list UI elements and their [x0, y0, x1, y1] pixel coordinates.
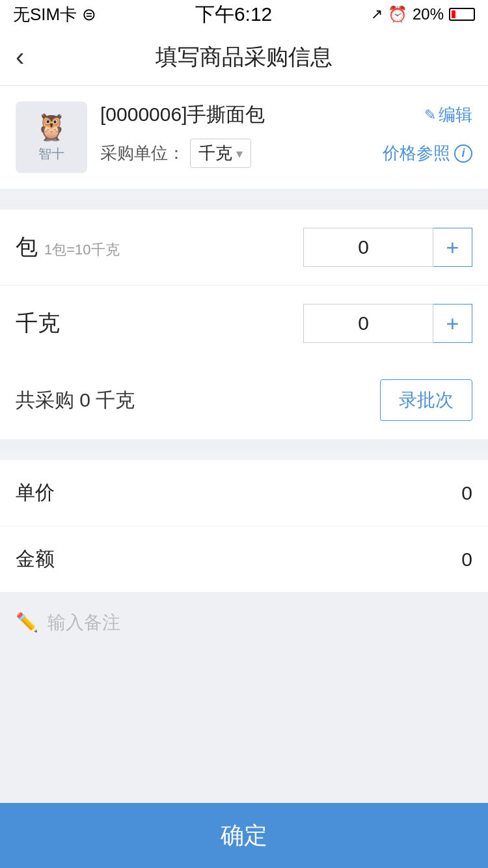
product-owl-icon: 🦉 — [35, 112, 68, 142]
price-ref-label: 价格参照 — [383, 142, 450, 165]
product-info: [0000006]手撕面包 ✎ 编辑 采购单位： 千克 ▾ 价格参照 i — [100, 102, 472, 168]
status-right: ↗ ⏰ 20% — [371, 5, 475, 23]
input-row-bao: 包 1包=10千克 + — [0, 210, 488, 286]
unit-label: 采购单位： — [100, 142, 185, 165]
battery-icon — [449, 8, 475, 21]
kg-label-group: 千克 — [16, 308, 60, 338]
amount-row: 金额 0 — [0, 526, 488, 592]
amount-value: 0 — [461, 549, 472, 571]
product-header: [0000006]手撕面包 ✎ 编辑 — [100, 102, 472, 128]
edit-icon: ✎ — [424, 107, 436, 124]
confirm-button[interactable]: 确定 — [0, 803, 488, 868]
product-card: 🦉 智十 [0000006]手撕面包 ✎ 编辑 采购单位： 千克 ▾ 价格参照 … — [0, 86, 488, 189]
location-icon: ↗ — [371, 6, 383, 23]
batch-button[interactable]: 录批次 — [380, 379, 472, 421]
edit-label: 编辑 — [439, 103, 472, 126]
wifi-icon: ⊜ — [82, 5, 96, 25]
page-title: 填写商品采购信息 — [156, 42, 332, 72]
edit-button[interactable]: ✎ 编辑 — [424, 103, 472, 126]
status-left: 无SIM卡 ⊜ — [13, 3, 96, 26]
section-divider-2 — [0, 439, 488, 450]
unit-select[interactable]: 千克 ▾ — [190, 139, 251, 168]
summary-text: 共采购 0 千克 — [16, 387, 135, 414]
chevron-down-icon: ▾ — [236, 146, 243, 161]
pencil-icon: ✏️ — [16, 612, 38, 633]
input-row-kg: 千克 + — [0, 286, 488, 361]
unit-price-row: 单价 0 — [0, 460, 488, 526]
info-section: 单价 0 金额 0 — [0, 460, 488, 592]
product-unit-row: 采购单位： 千克 ▾ 价格参照 i — [100, 139, 472, 168]
kg-label: 千克 — [16, 308, 60, 338]
unit-value: 千克 — [198, 142, 232, 165]
remark-section[interactable]: ✏️ 输入备注 — [0, 592, 488, 657]
status-time: 下午6:12 — [195, 1, 272, 28]
input-section: 包 1包=10千克 + 千克 + — [0, 210, 488, 361]
confirm-label: 确定 — [221, 820, 267, 852]
kg-qty-input[interactable] — [303, 304, 433, 343]
carrier-label: 无SIM卡 — [13, 3, 77, 26]
section-divider-1 — [0, 199, 488, 210]
bao-plus-button[interactable]: + — [433, 228, 472, 267]
info-icon: i — [454, 144, 472, 163]
nav-bar: ‹ 填写商品采购信息 — [0, 29, 488, 86]
product-image-label: 智十 — [35, 145, 68, 163]
status-bar: 无SIM卡 ⊜ 下午6:12 ↗ ⏰ 20% — [0, 0, 488, 29]
bao-qty-input[interactable] — [303, 228, 433, 267]
summary-row: 共采购 0 千克 录批次 — [0, 361, 488, 439]
bao-label-group: 包 1包=10千克 — [16, 232, 120, 262]
spacer — [0, 657, 488, 803]
amount-label: 金额 — [16, 546, 55, 573]
kg-input-control: + — [303, 304, 472, 343]
bao-sublabel: 1包=10千克 — [44, 240, 120, 260]
unit-price-value: 0 — [461, 482, 472, 504]
remark-placeholder: 输入备注 — [47, 610, 120, 635]
battery-pct: 20% — [413, 5, 444, 23]
price-ref-button[interactable]: 价格参照 i — [383, 142, 472, 165]
back-button[interactable]: ‹ — [16, 42, 24, 72]
product-image: 🦉 智十 — [16, 102, 87, 173]
bao-input-control: + — [303, 228, 472, 267]
alarm-icon: ⏰ — [388, 5, 407, 23]
kg-plus-button[interactable]: + — [433, 304, 472, 343]
unit-price-label: 单价 — [16, 480, 55, 506]
bao-label: 包 — [16, 232, 38, 262]
product-name: [0000006]手撕面包 — [100, 102, 265, 128]
